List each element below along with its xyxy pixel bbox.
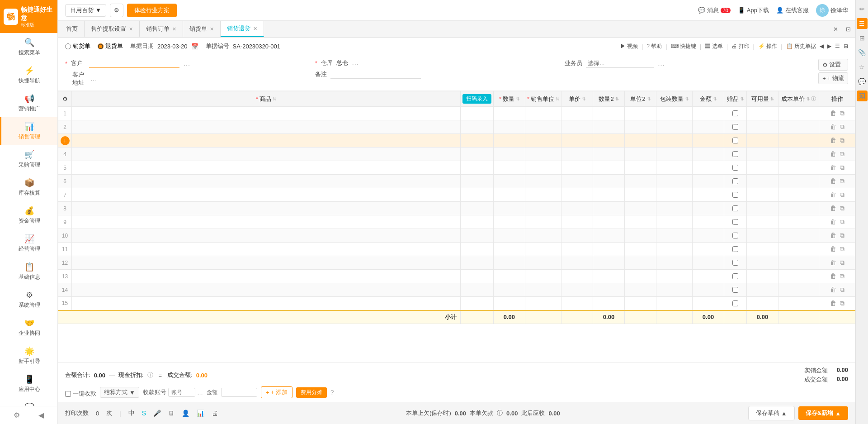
one-click-collect-checkbox[interactable] (65, 391, 71, 397)
sidebar-item-operations[interactable]: 📈 经营管理 (0, 229, 57, 257)
pkg-cell-1[interactable] (656, 107, 693, 120)
qty-sort-icon[interactable]: ⇅ (516, 96, 519, 101)
view-detail-btn[interactable]: ⊟ (844, 43, 848, 49)
unit-sort-icon[interactable]: ⇅ (556, 96, 559, 101)
sidebar-item-sys-mgmt[interactable]: ⚙ 系统管理 (0, 286, 57, 314)
delete-icon-4[interactable]: 🗑 (830, 150, 836, 158)
logistics-btn[interactable]: + + 物流 (818, 72, 848, 84)
sidebar-item-enterprise[interactable]: 🤝 企业协同 (0, 314, 57, 342)
product-sort-icon[interactable]: ⇅ (273, 96, 276, 101)
copy-icon-2[interactable]: ⧉ (840, 123, 844, 131)
amount-cell-3[interactable] (693, 134, 724, 148)
print-footer-icon[interactable]: 🖨 (212, 410, 218, 417)
customer-address-dots[interactable]: … (90, 76, 96, 82)
gift-sort-icon[interactable]: ⇅ (740, 96, 744, 101)
delete-icon-12[interactable]: 🗑 (830, 259, 836, 267)
salesperson-input[interactable] (586, 59, 654, 68)
unit2-cell-3[interactable] (625, 134, 656, 148)
copy-icon-7[interactable]: ⧉ (840, 191, 844, 199)
gift-checkbox-2[interactable] (732, 124, 738, 130)
experience-btn[interactable]: 体验行业方案 (127, 4, 177, 17)
tab-home[interactable]: 首页 (60, 21, 85, 37)
history-link[interactable]: 📋 历史单据 (786, 43, 816, 50)
delete-icon-15[interactable]: 🗑 (830, 300, 836, 307)
copy-icon-11[interactable]: ⧉ (840, 245, 844, 253)
product-cell-1[interactable] (72, 107, 461, 120)
qty-cell-1[interactable] (493, 107, 525, 120)
account-input[interactable] (168, 388, 195, 397)
unit2-cell-1[interactable] (625, 107, 656, 120)
gift-checkbox-13[interactable] (732, 273, 738, 279)
input-method-icon[interactable]: 中 (128, 409, 135, 417)
copy-icon-4[interactable]: ⧉ (840, 150, 844, 158)
sidebar-item-enterprise-wechat[interactable]: 💬 企业微信 (0, 398, 57, 406)
scan-btn[interactable]: 扫码录入 (462, 94, 491, 104)
add-row-cell[interactable]: + (58, 134, 72, 148)
gift-checkbox-14[interactable] (732, 287, 738, 293)
tab-sale-price[interactable]: 售价提取设置 ✕ (85, 21, 140, 37)
tab-sale-order-close[interactable]: ✕ (172, 26, 176, 32)
gift-cell-1[interactable] (724, 107, 747, 120)
nav-prev-btn[interactable]: ◀ (820, 43, 824, 49)
sidebar-item-basic-info[interactable]: 📋 基础信息 (0, 257, 57, 286)
radio-sale-input[interactable] (65, 43, 71, 49)
far-right-grid-btn[interactable]: ⊞ (857, 33, 868, 43)
available-sort-icon[interactable]: ⇅ (770, 96, 774, 101)
far-right-star-btn[interactable]: ☆ (857, 62, 868, 72)
user-info[interactable]: 徐 徐泽华 (816, 4, 848, 17)
save-draft-btn[interactable]: 保存草稿 ▲ (748, 406, 795, 420)
product-cell-3[interactable] (72, 134, 461, 148)
category-select[interactable]: 日用百货 ▼ (65, 4, 106, 17)
pkg-cell-3[interactable] (656, 134, 693, 148)
cost-info-icon[interactable]: ⓘ (811, 95, 816, 102)
delete-icon-14[interactable]: 🗑 (830, 286, 836, 294)
gift-checkbox-4[interactable] (732, 151, 738, 157)
sidebar-item-purchase-mgmt[interactable]: 🛒 采购管理 (0, 145, 57, 173)
gift-checkbox-8[interactable] (732, 205, 738, 211)
copy-icon-13[interactable]: ⧉ (840, 272, 844, 280)
add-payment-btn[interactable]: + + 添加 (261, 386, 292, 398)
sidebar-item-inventory[interactable]: 📦 库存核算 (0, 173, 57, 201)
far-right-image-btn[interactable]: 🖼 (857, 91, 868, 101)
tab-sale-return[interactable]: 销货退货 ✕ (221, 21, 264, 37)
delete-icon-9[interactable]: 🗑 (830, 218, 836, 226)
amount-cell-2[interactable] (693, 120, 724, 134)
delete-icon-3[interactable]: 🗑 (830, 137, 836, 144)
amount-sort-icon[interactable]: ⇅ (713, 96, 717, 101)
pkg-cell-2[interactable] (656, 120, 693, 134)
unit2-sort-icon[interactable]: ⇅ (647, 96, 651, 101)
copy-icon-12[interactable]: ⧉ (840, 259, 844, 267)
unit-cell-3[interactable] (525, 134, 561, 148)
unit-cell-2[interactable] (525, 120, 561, 134)
copy-icon-15[interactable]: ⧉ (840, 300, 844, 307)
copy-icon-9[interactable]: ⧉ (840, 218, 844, 226)
gift-checkbox-6[interactable] (732, 178, 738, 184)
qty-cell-2[interactable] (493, 120, 525, 134)
pkg-sort-icon[interactable]: ⇅ (685, 96, 689, 101)
qty2-cell-2[interactable] (593, 120, 625, 134)
operate-link[interactable]: ⚡ 操作 (758, 43, 777, 50)
calc-method-select[interactable]: 结算方式 ▼ (100, 387, 139, 398)
remark-input[interactable] (330, 70, 421, 79)
sidebar-item-finance[interactable]: 💰 资金管理 (0, 201, 57, 229)
add-row-btn[interactable]: + (61, 136, 70, 145)
select-link[interactable]: ☰ 选单 (705, 43, 722, 50)
sidebar-item-newbie[interactable]: 🌟 新手引导 (0, 342, 57, 370)
qty2-sort-icon[interactable]: ⇅ (615, 96, 619, 101)
gift-checkbox-12[interactable] (732, 260, 738, 266)
gift-checkbox-10[interactable] (732, 233, 738, 238)
customer-input[interactable] (89, 59, 179, 68)
help-link[interactable]: ? 帮助 (646, 43, 662, 50)
one-click-collect-label[interactable]: 一键收款 (65, 390, 96, 398)
gift-cell-3[interactable] (724, 134, 747, 148)
delete-icon-2[interactable]: 🗑 (830, 123, 836, 131)
account-dots-btn[interactable]: … (197, 389, 203, 396)
split-help-icon[interactable]: ? (330, 389, 334, 396)
radio-return[interactable]: 退货单 (98, 42, 123, 50)
tab-sale-price-close[interactable]: ✕ (129, 26, 133, 32)
customer-dots-btn[interactable]: … (183, 59, 190, 67)
qty2-cell-3[interactable] (593, 134, 625, 148)
price-cell-2[interactable] (561, 120, 593, 134)
qty2-cell-1[interactable] (593, 107, 625, 120)
sidebar-item-marketing[interactable]: 📢 营销推广 (0, 89, 57, 117)
